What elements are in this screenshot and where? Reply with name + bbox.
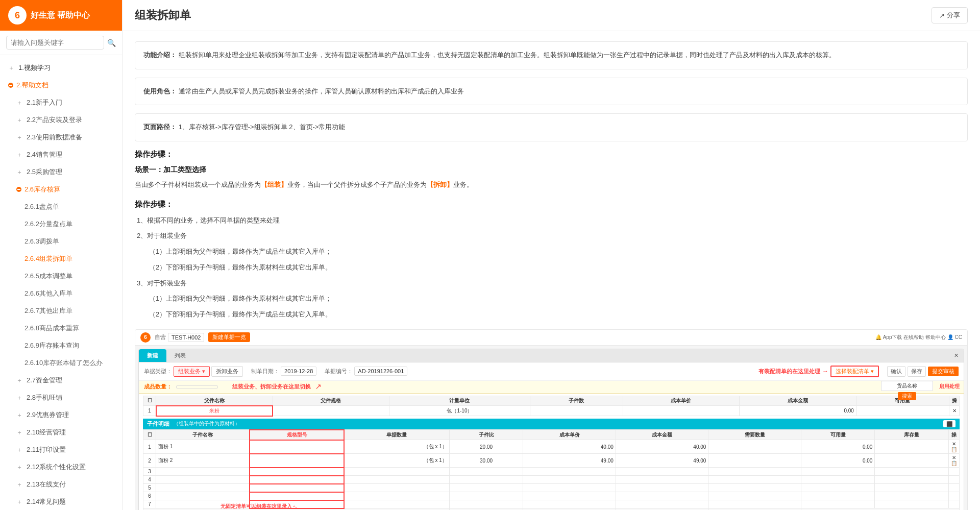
sidebar-item-beginner[interactable]: ＋ 2.1新手入门 [0, 94, 122, 111]
step3: 3、对于拆装业务 [137, 277, 968, 290]
sidebar-item-ledger-error[interactable]: 2.6.10库存账本错了怎么办 [0, 354, 122, 372]
nav-list: ＋ 1.视频学习 2.帮助文档 ＋ 2.1新手入门 ＋ 2.2产品安装及登录 ＋… [0, 55, 122, 510]
table-total-2: 0.00 [523, 508, 616, 510]
sidebar-item-data[interactable]: ＋ 2.3使用前数据准备 [0, 129, 122, 146]
ops-title: 操作步骤： [135, 150, 968, 159]
sidebar: 6 好生意 帮助中心 🔍 ＋ 1.视频学习 2.帮助文档 ＋ 2.1新手入门 ＋… [0, 0, 122, 510]
share-button[interactable]: ↗ 分享 [932, 7, 968, 23]
plus-icon-12: ＋ [16, 463, 23, 472]
main-header: 组装拆卸单 ↗ 分享 [122, 0, 980, 31]
upper-table: ☐ 父件名称 父件规格 计量单位 子件数 成本单价 成本金额 可用量 操 [143, 396, 960, 417]
mock-date-value[interactable]: 2019-12-28 [281, 367, 316, 376]
plus-icon-14: ＋ [16, 498, 23, 506]
lower-table: ☐ 子件名称 规格型号 单据数量 子件比 成本单价 成本金额 需要数量 可用量 [143, 429, 960, 510]
app-name: 好生意 帮助中心 [31, 10, 90, 21]
plus-icon-2: ＋ [16, 99, 23, 107]
col-cost-price: 成本单价 [623, 396, 740, 406]
sidebar-item-purchase[interactable]: ＋ 2.5采购管理 [0, 163, 122, 181]
page-title: 组装拆卸单 [135, 8, 191, 23]
annotation-fixed: 有装配清单的在这里处理 [758, 368, 820, 375]
lower-add-btn[interactable]: ⬛ [943, 420, 955, 427]
plus-icon-3: ＋ [16, 116, 23, 125]
mock-new-btn[interactable]: 新建单据一览 [208, 332, 250, 342]
mock-tab-list[interactable]: 列表 [166, 349, 194, 362]
plus-icon-7: ＋ [16, 376, 23, 385]
sidebar-item-other-out[interactable]: 2.6.7其他出库单 [0, 302, 122, 320]
sidebar-item-stocktake[interactable]: 2.6.1盘点单 [0, 198, 122, 215]
path-label: 页面路径： [143, 123, 177, 131]
mock-type-label: 单据类型： [144, 368, 172, 375]
plus-icon-10: ＋ [16, 428, 23, 437]
sidebar-item-docs[interactable]: 2.帮助文档 [0, 77, 122, 94]
plus-icon-6: ＋ [16, 168, 23, 177]
col-cost-amount: 成本金额 [740, 396, 856, 406]
table-total-3: 0.00 [616, 508, 708, 510]
lower-table-header-bar: 子件明细 （组装单中的子件为原材料） ⬛ [143, 419, 960, 429]
plus-icon-4: ＋ [16, 133, 23, 142]
plus-icon-5: ＋ [16, 151, 23, 159]
sidebar-item-coupon[interactable]: ＋ 2.9优惠券管理 [0, 406, 122, 424]
screenshot-container: 6 自营 TEST-H002 新建单据一览 🔔 App下载 在线帮助 帮助中心 … [135, 329, 968, 510]
step2-1: （1）上部明细为父件明细，最终作为产成品生成其它入库单； [137, 246, 968, 258]
table-total-1: 89.00 [449, 508, 523, 510]
role-text: 通常由生产人员或库管人员完成拆装业务的操作，库管人员确认原材料的出库和产成品的入… [179, 87, 464, 95]
mock-screenshot: 6 自营 TEST-H002 新建单据一览 🔔 App下载 在线帮助 帮助中心 … [135, 330, 967, 510]
sidebar-item-other-in[interactable]: 2.6.6其他入库单 [0, 285, 122, 302]
mock-type-disassembly[interactable]: 拆卸业务 [211, 366, 243, 377]
function-intro-text: 组装拆卸单用来处理企业组装或拆卸等加工业务，支持有固定装配清单的产品加工业务，也… [179, 51, 836, 59]
plus-icon-8: ＋ [16, 394, 23, 402]
sidebar-item-mobile[interactable]: ＋ 2.8手机旺铺 [0, 389, 122, 406]
sidebar-item-payment[interactable]: ＋ 2.13在线支付 [0, 476, 122, 493]
plus-icon-11: ＋ [16, 446, 23, 454]
sidebar-item-video[interactable]: ＋ 1.视频学习 [0, 59, 122, 77]
mock-company-dropdown[interactable]: TEST-H002 [168, 333, 204, 342]
plus-icon-13: ＋ [16, 480, 23, 489]
sidebar-item-operation[interactable]: ＋ 2.10经营管理 [0, 424, 122, 441]
mock-search-btn[interactable]: 搜索 [898, 392, 916, 400]
mock-company: 自营 [155, 333, 166, 341]
mock-save-btn[interactable]: 保存 [908, 366, 926, 377]
annotation-nonfixed: 无固定清单可以组装在这里录入 [220, 503, 292, 510]
content-area: 功能介绍： 组装拆卸单用来处理企业组装或拆卸等加工业务，支持有固定装配清单的产品… [122, 31, 980, 510]
mock-logo: 6 [140, 332, 151, 343]
lower-table-title: 子件明细 [147, 420, 169, 428]
step2: 2、对于组装业务 [137, 230, 968, 242]
sidebar-item-cost-recalc[interactable]: 2.6.8商品成本重算 [0, 320, 122, 337]
function-intro-label: 功能介绍： [143, 51, 177, 59]
function-intro-block: 功能介绍： 组装拆卸单用来处理企业组装或拆卸等加工业务，支持有固定装配清单的产品… [135, 41, 968, 69]
step1: 1、根据不同的业务，选择不同单据的类型来处理 [137, 214, 968, 227]
step3-1: （1）上部明细为父件明细，最终作为原材料生成其它出库单； [137, 293, 968, 305]
sidebar-item-install[interactable]: ＋ 2.2产品安装及登录 [0, 111, 122, 129]
role-block: 使用角色： 通常由生产人员或库管人员完成拆装业务的操作，库管人员确认原材料的出库… [135, 78, 968, 106]
scene1-desc: 当由多个子件材料组装成一个成品的业务为【组装】业务，当由一个父件拆分成多个子产品… [135, 179, 968, 191]
search-input[interactable] [6, 36, 104, 50]
main-content: 组装拆卸单 ↗ 分享 功能介绍： 组装拆卸单用来处理企业组装或拆卸等加工业务，支… [122, 0, 980, 510]
sidebar-item-transfer[interactable]: 2.6.3调拨单 [0, 233, 122, 250]
steps-list: 1、根据不同的业务，选择不同单据的类型来处理 2、对于组装业务 （1）上部明细为… [135, 214, 968, 321]
sidebar-item-custom[interactable]: ＋ 2.12系统个性化设置 [0, 458, 122, 476]
mock-submit-btn[interactable]: 提交审核 [928, 367, 959, 376]
minus-icon [8, 83, 13, 88]
search-button[interactable]: 🔍 [107, 39, 116, 47]
mock-close-icon[interactable]: ✕ [949, 350, 964, 361]
sidebar-item-sales[interactable]: ＋ 2.4销售管理 [0, 146, 122, 163]
mock-fixed-btn[interactable]: 选择装配清单 ▾ [830, 366, 879, 377]
mock-type-assembly[interactable]: 组装业务 ▾ [174, 366, 210, 377]
sidebar-item-finance[interactable]: ＋ 2.7资金管理 [0, 372, 122, 389]
annotation-arrow-1: → [822, 368, 828, 375]
sidebar-item-ledger-query[interactable]: 2.6.9库存账本查询 [0, 337, 122, 354]
sidebar-item-faq[interactable]: ＋ 2.14常见问题 [0, 493, 122, 510]
sidebar-item-print[interactable]: ＋ 2.11打印设置 [0, 441, 122, 458]
mock-date-label: 制单日期： [251, 368, 279, 375]
minus-icon-2 [16, 187, 21, 192]
mock-confirm-btn[interactable]: 确认 [887, 366, 905, 377]
sidebar-item-partial-stocktake[interactable]: 2.6.2分量盘点单 [0, 215, 122, 233]
mock-goods-search[interactable]: 货品名称 [881, 381, 933, 391]
mock-form-qty[interactable] [176, 385, 218, 388]
mock-tab-new[interactable]: 新建 [139, 349, 166, 362]
sidebar-item-cost-adjust[interactable]: 2.6.5成本调整单 [0, 268, 122, 285]
sidebar-item-inventory[interactable]: 2.6库存核算 [0, 181, 122, 198]
sidebar-item-assembly[interactable]: 2.6.4组装拆卸单 [0, 250, 122, 268]
mock-num-value[interactable]: AD-20191226-001 [354, 367, 407, 376]
col-unit: 计量单位 [389, 396, 530, 406]
